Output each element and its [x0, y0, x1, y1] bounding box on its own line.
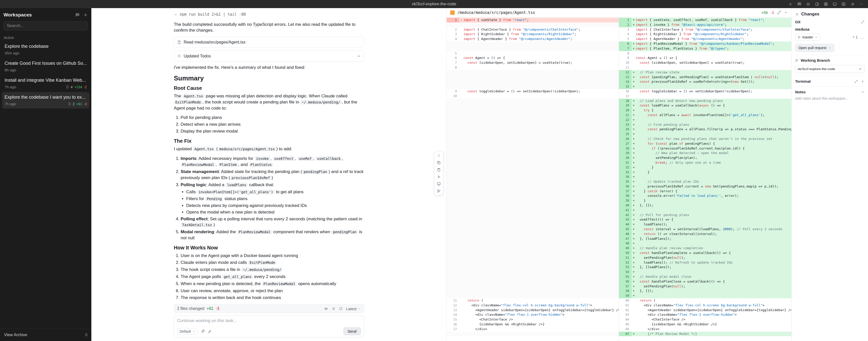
- line-number: 50: [619, 251, 632, 255]
- grid-icon[interactable]: [841, 2, 846, 6]
- copy-icon[interactable]: [437, 161, 441, 165]
- diff-line: [447, 208, 619, 213]
- view-archive-button[interactable]: View Archive 0: [0, 329, 91, 341]
- diff-line: [447, 108, 619, 113]
- edit-icon[interactable]: [208, 329, 212, 333]
- collapse-file-icon[interactable]: [784, 11, 788, 14]
- diff-line: 24+ const pendingPlans = allPlans.filter…: [619, 127, 791, 132]
- file-path[interactable]: /medusa/medusa/src/pages/Agent.tsx: [457, 10, 535, 15]
- line-number: [447, 227, 459, 232]
- inline-code: medusa/src/pages/Agent.tsx: [218, 147, 276, 151]
- tool-command[interactable]: npm run build 2>&1 | tail -80: [174, 12, 364, 18]
- list-icon[interactable]: [850, 2, 855, 6]
- new-workspace-icon[interactable]: [83, 13, 88, 17]
- code-text: [463, 198, 619, 203]
- more-icon[interactable]: [859, 2, 863, 6]
- diff-line: [447, 151, 619, 156]
- monitor-icon[interactable]: [833, 2, 837, 6]
- clipboard-icon[interactable]: [437, 168, 441, 172]
- working-branch-field[interactable]: vk/3ccf-explore-the-code: [795, 65, 864, 73]
- diff-line: 20+ try {: [619, 108, 791, 113]
- drag-icon[interactable]: [437, 154, 441, 158]
- code-text: [463, 84, 619, 89]
- collapse-notes-icon[interactable]: [861, 90, 864, 94]
- line-number: 54: [619, 270, 632, 275]
- version-dropdown[interactable]: Latest: [346, 307, 361, 311]
- tool-call-row[interactable]: Read medusa/src/pages/Agent.tsx: [174, 37, 364, 48]
- message-input[interactable]: [177, 318, 361, 326]
- list-item: Display the plan review modal: [181, 128, 364, 134]
- diff-line: 17 </div>: [447, 327, 619, 332]
- diff-old-pane[interactable]: 1-import { useState } from "react";2impo…: [447, 18, 619, 341]
- code-text: const toggleSidebar = () => setSidebarOp…: [463, 89, 619, 94]
- line-number: 17: [447, 327, 459, 332]
- new-terminal-icon[interactable]: [861, 80, 864, 83]
- code-text: [463, 99, 619, 103]
- changes-list-icon[interactable]: [332, 307, 335, 311]
- branch-selector[interactable]: master: [795, 34, 820, 41]
- chev-down-icon[interactable]: [357, 54, 361, 58]
- code-text: import { useState, useEffect, useRef, us…: [636, 18, 791, 23]
- diff-line: 9const Agent = () => {: [619, 56, 791, 60]
- play-icon[interactable]: [437, 175, 441, 179]
- watch-icon[interactable]: [324, 307, 328, 311]
- line-number: [447, 284, 459, 289]
- diff-line: 3import { RightSidebar } from "@/compone…: [447, 32, 619, 37]
- line-number: 6: [619, 41, 632, 46]
- send-button[interactable]: Send: [343, 327, 361, 335]
- panel-right-icon[interactable]: [815, 2, 819, 6]
- diff-line: 66 </div>: [619, 327, 791, 332]
- inline-code: TaskDetail.tsx: [181, 223, 214, 227]
- workspace-item[interactable]: Install and integrate Vibe Kanban Web...…: [2, 75, 89, 92]
- expand-terminal-icon[interactable]: [854, 80, 858, 83]
- file-text-icon: [177, 40, 181, 44]
- grid-small-icon[interactable]: [824, 2, 828, 6]
- edit-branch-icon[interactable]: [859, 67, 862, 70]
- kanban-icon[interactable]: [797, 2, 801, 6]
- code-text: [463, 170, 619, 175]
- attach-file-icon[interactable]: [201, 329, 205, 333]
- line-number: 56: [619, 279, 632, 284]
- branch-icon[interactable]: [437, 189, 441, 193]
- more-menu-icon[interactable]: …: [860, 35, 864, 40]
- code-text: import { PlanItem, PlanStatus } from "@/…: [636, 46, 791, 51]
- diff-line: [447, 217, 619, 222]
- code-text: const previousPlanIdsRef = useRef<Set<st…: [636, 80, 791, 84]
- code-text: [463, 51, 619, 56]
- workspace-item[interactable]: Explore the codebase35m ago: [2, 41, 89, 58]
- collapse-panel-icon[interactable]: [795, 12, 799, 16]
- line-number: 7: [447, 60, 459, 65]
- workspaces-sidebar: Workspaces Active Explore the codebase35…: [0, 8, 91, 341]
- code-text: setPendingPlan(null);: [636, 284, 791, 289]
- pause-icon[interactable]: [788, 2, 793, 6]
- inline-code: ~/.medusa/pending/: [241, 268, 283, 272]
- code-text: [463, 122, 619, 127]
- mode-dropdown[interactable]: Default: [177, 328, 198, 335]
- open-pr-button[interactable]: Open pull request: [795, 44, 834, 52]
- notes-placeholder[interactable]: Add notes about this workspace...: [795, 96, 864, 100]
- line-number: [447, 127, 459, 132]
- code-text: [463, 227, 619, 232]
- chevron-down-icon: [358, 307, 361, 310]
- expand-git-icon[interactable]: [861, 20, 864, 24]
- board-view-icon[interactable]: [75, 13, 80, 17]
- chevron-down-icon: [192, 330, 195, 333]
- files-changed-label[interactable]: 2 files changed: [177, 306, 205, 311]
- tool-call-row[interactable]: Updated Todos: [174, 51, 364, 61]
- refresh-icon[interactable]: [339, 307, 343, 311]
- diff-new-pane[interactable]: 1+import { useState, useEffect, useRef, …: [619, 18, 791, 341]
- line-number: 17: [619, 94, 632, 99]
- diff-line: [447, 275, 619, 279]
- rows-icon[interactable]: [806, 2, 810, 6]
- expand-diff-icon[interactable]: [777, 11, 781, 14]
- conversation-scroll[interactable]: npm run build 2>&1 | tail -80The build c…: [91, 8, 446, 303]
- diff-line: 13 <AgentHeader sidebarOpen={sidebarOpen…: [447, 308, 619, 313]
- workspace-item[interactable]: Create Good First Issues on Github So...…: [2, 58, 89, 74]
- repo-name: medusa: [795, 27, 864, 31]
- diff-line: 47+ }, [loadPlans]);: [619, 237, 791, 241]
- search-input[interactable]: [4, 21, 88, 30]
- diff-line: [447, 213, 619, 218]
- workspace-item[interactable]: Explore the codebase I want you to ex...…: [2, 92, 89, 108]
- line-number: [447, 213, 459, 218]
- monitor-icon[interactable]: [437, 182, 441, 186]
